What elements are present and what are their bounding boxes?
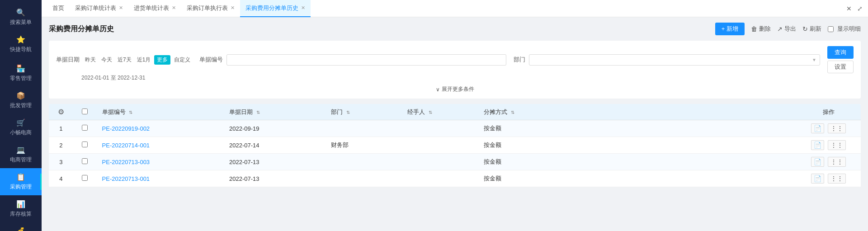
expand-more-icon: ∨ xyxy=(436,86,440,93)
row-more-icon-2[interactable]: ⋮⋮ xyxy=(828,157,846,167)
date-btn-more[interactable]: 更多 xyxy=(154,55,170,65)
row-view-icon-1[interactable]: 📄 xyxy=(811,140,824,150)
date-btn-7days[interactable]: 近7天 xyxy=(116,55,133,65)
th-doc-date: 单据日期 ⇅ xyxy=(224,104,326,120)
th-checkbox xyxy=(73,104,96,120)
tab-inbound-stats-close[interactable]: ✕ xyxy=(172,5,176,11)
sidebar-item-ecommerce-mgmt[interactable]: 💻 电商管理 xyxy=(0,141,42,168)
row-handler-2 xyxy=(402,154,478,170)
tab-purchase-cost-split[interactable]: 采购费用分摊单历史 ✕ xyxy=(240,0,311,17)
th-doc-no-label: 单据编号 xyxy=(102,108,126,115)
show-columns-checkbox[interactable]: 显示明细 xyxy=(828,25,861,33)
th-doc-date-sort[interactable]: ⇅ xyxy=(256,110,260,115)
delete-label: 删除 xyxy=(759,25,771,33)
row-view-icon-0[interactable]: 📄 xyxy=(811,123,824,133)
row-more-icon-0[interactable]: ⋮⋮ xyxy=(828,123,846,133)
tab-purchase-cost-split-close[interactable]: ✕ xyxy=(301,5,305,11)
sidebar-item-retail-mgmt[interactable]: 🏪 零售管理 xyxy=(0,60,42,87)
sidebar-item-search-menu[interactable]: 🔍 搜索菜单 xyxy=(0,4,42,31)
sidebar-item-label-search-menu: 搜索菜单 xyxy=(10,19,32,25)
row-checkbox-3[interactable] xyxy=(82,175,88,181)
row-view-icon-3[interactable]: 📄 xyxy=(811,174,824,184)
select-all-checkbox[interactable] xyxy=(82,108,88,114)
sidebar-item-quick-nav[interactable]: ⭐ 快捷导航 xyxy=(0,31,42,58)
sidebar-item-wholesale-mgmt[interactable]: 📦 批发管理 xyxy=(0,87,42,114)
wholesale-mgmt-icon: 📦 xyxy=(2,91,40,100)
row-doc-date-3: 2022-07-13 xyxy=(224,170,326,187)
row-dept-2 xyxy=(326,154,402,170)
delete-icon: 🗑 xyxy=(751,25,757,33)
tab-expand-icon[interactable]: ⤢ xyxy=(857,5,863,12)
date-range-display: 2022-01-01 至 2022-12-31 xyxy=(81,74,854,82)
expand-more-btn[interactable]: ∨ 展开更多条件 xyxy=(56,85,854,93)
row-doc-no-1: PE-20220714-001 xyxy=(97,137,224,154)
retail-mgmt-icon: 🏪 xyxy=(2,64,40,73)
row-view-icon-2[interactable]: 📄 xyxy=(811,157,824,167)
filter-action-buttons: 查询 设置 xyxy=(827,46,854,73)
doc-no-label: 单据编号 xyxy=(199,56,223,64)
sidebar-item-inventory[interactable]: 📊 库存核算 xyxy=(0,195,42,222)
th-dept: 部门 ⇅ xyxy=(326,104,402,120)
tab-purchase-order-stats-close[interactable]: ✕ xyxy=(119,5,123,11)
th-split-method-sort[interactable]: ⇅ xyxy=(511,110,514,115)
table-row: 2 PE-20220714-001 2022-07-14 财务部 按金额 📄 ⋮… xyxy=(49,137,861,154)
tab-purchase-order-stats[interactable]: 采购订单统计表 ✕ xyxy=(70,0,128,17)
sidebar-item-purchase-mgmt[interactable]: 📋 采购管理 xyxy=(0,168,42,195)
row-checkbox-1[interactable] xyxy=(82,141,88,147)
tab-inbound-stats[interactable]: 进货单统计表 ✕ xyxy=(128,0,181,17)
show-columns-input[interactable] xyxy=(828,26,834,32)
row-dept-0 xyxy=(326,120,402,137)
tab-close-all-icon[interactable]: ✕ xyxy=(846,5,852,12)
quick-nav-icon: ⭐ xyxy=(2,35,40,44)
row-num-1: 2 xyxy=(49,137,73,154)
row-doc-no-link-1[interactable]: PE-20220714-001 xyxy=(102,142,150,149)
table-row: 1 PE-20220919-002 2022-09-19 按金额 📄 ⋮⋮ xyxy=(49,120,861,137)
row-doc-date-2: 2022-07-13 xyxy=(224,154,326,170)
refresh-button[interactable]: ↻ 刷新 xyxy=(802,25,821,33)
row-num-2: 3 xyxy=(49,154,73,170)
export-button[interactable]: ↗ 导出 xyxy=(777,25,796,33)
date-btn-1month[interactable]: 近1月 xyxy=(135,55,153,65)
th-action: 操作 xyxy=(797,104,861,120)
row-action-3: 📄 ⋮⋮ xyxy=(797,170,861,187)
row-split-method-3: 按金额 xyxy=(478,170,797,187)
date-btn-custom[interactable]: 自定义 xyxy=(172,55,192,65)
doc-no-input[interactable] xyxy=(226,54,506,66)
date-btn-today[interactable]: 今天 xyxy=(99,55,114,65)
page-header: 采购费用分摊单历史 + 新增 🗑 删除 ↗ 导出 ↻ 刷新 显示明细 xyxy=(49,23,861,35)
tab-home-label: 首页 xyxy=(52,4,64,12)
th-action-label: 操作 xyxy=(823,108,835,115)
sidebar-item-finance-mgmt[interactable]: 💰 资金管理 xyxy=(0,222,42,231)
tab-purchase-order-exec-close[interactable]: ✕ xyxy=(231,5,235,11)
tab-home[interactable]: 首页 xyxy=(47,0,70,17)
date-filter-label: 单据日期 xyxy=(56,56,80,64)
delete-button[interactable]: 🗑 删除 xyxy=(751,25,771,33)
th-dept-sort[interactable]: ⇅ xyxy=(346,110,350,115)
row-checkbox-2[interactable] xyxy=(82,158,88,164)
table-row: 3 PE-20220713-003 2022-07-13 按金额 📄 ⋮⋮ xyxy=(49,154,861,170)
query-button[interactable]: 查询 xyxy=(827,46,854,59)
sidebar-item-label-inventory: 库存核算 xyxy=(10,211,32,217)
finance-mgmt-icon: 💰 xyxy=(2,227,40,231)
add-button[interactable]: + 新增 xyxy=(715,23,745,35)
dept-select[interactable] xyxy=(529,54,820,66)
settings-button[interactable]: 设置 xyxy=(827,61,854,73)
date-btn-yesterday[interactable]: 昨天 xyxy=(83,55,98,65)
row-more-icon-1[interactable]: ⋮⋮ xyxy=(828,140,846,150)
row-doc-date-1: 2022-07-14 xyxy=(224,137,326,154)
row-check-2 xyxy=(73,154,96,170)
row-more-icon-3[interactable]: ⋮⋮ xyxy=(828,174,846,184)
row-doc-no-link-0[interactable]: PE-20220919-002 xyxy=(102,125,150,132)
refresh-label: 刷新 xyxy=(810,25,821,33)
row-doc-no-link-3[interactable]: PE-20220713-001 xyxy=(102,175,150,182)
row-checkbox-0[interactable] xyxy=(82,125,88,131)
tab-purchase-cost-split-label: 采购费用分摊单历史 xyxy=(245,4,298,12)
th-doc-no-sort[interactable]: ⇅ xyxy=(129,110,132,115)
filter-group-date: 单据日期 昨天 今天 近7天 近1月 更多 自定义 xyxy=(56,55,192,65)
table-settings-btn[interactable]: ⚙ xyxy=(58,108,64,116)
row-doc-no-link-2[interactable]: PE-20220713-003 xyxy=(102,159,150,165)
sidebar-item-mini-ecommerce[interactable]: 🛒 小畅电商 xyxy=(0,114,42,141)
th-handler-sort[interactable]: ⇅ xyxy=(429,110,432,115)
tab-purchase-order-exec[interactable]: 采购订单执行表 ✕ xyxy=(181,0,240,17)
row-check-3 xyxy=(73,170,96,187)
